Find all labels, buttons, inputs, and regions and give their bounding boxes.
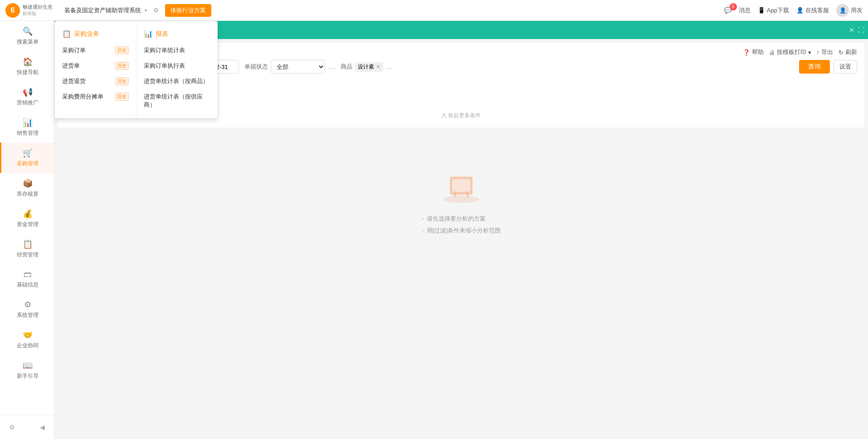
doc-status-more-icon[interactable]: … bbox=[328, 63, 335, 71]
help-label: 帮助 bbox=[752, 48, 764, 56]
sidebar-item-sales[interactable]: 📊 销售管理 bbox=[0, 112, 54, 143]
system-title: 装备及固定资产辅助管理系统 bbox=[64, 6, 141, 15]
report-col-icon: 📊 bbox=[144, 30, 153, 38]
report-receipt-goods-item[interactable]: 进货单统计表（按商品） bbox=[137, 74, 218, 89]
logo-text: 畅捷通好生意 bbox=[23, 4, 53, 10]
app-download-label: App下载 bbox=[767, 6, 789, 15]
top-header: 6 畅捷通好生意 标准版 装备及固定资产辅助管理系统 ▾ ⚙ 体验行业方案 💬 … bbox=[0, 0, 868, 21]
sidebar-item-system[interactable]: ⚙ 系统管理 bbox=[0, 294, 54, 325]
goods-tag-close[interactable]: ✕ bbox=[376, 64, 380, 70]
basic-icon: 🗃 bbox=[24, 270, 32, 279]
goods-tag: 设计素 ✕ bbox=[355, 62, 383, 72]
sidebar-label-system: 系统管理 bbox=[17, 311, 39, 319]
messages-button[interactable]: 💬 6 消息 bbox=[724, 6, 751, 15]
report-po-stat-item[interactable]: 采购订单统计表 bbox=[137, 43, 218, 58]
report-col: 📊 报表 采购订单统计表 采购订单执行表 进货单统计表（按商品） 进货单统计表（… bbox=[137, 21, 218, 118]
user-avatar: 👤 bbox=[836, 4, 849, 17]
purchase-return-history-badge: 历史 bbox=[115, 77, 129, 85]
sidebar-label-sales: 销售管理 bbox=[17, 129, 39, 137]
collapse-label: 收起更多条件 bbox=[448, 112, 481, 118]
sidebar-label-finance: 资金管理 bbox=[17, 221, 39, 228]
sidebar-item-quick[interactable]: 🏠 快捷导航 bbox=[0, 51, 54, 82]
report-receipt-supplier-item[interactable]: 进货单统计表（按供应商） bbox=[137, 89, 218, 113]
export-button[interactable]: ↑ 导出 bbox=[817, 48, 834, 56]
export-icon: ↑ bbox=[817, 49, 820, 56]
refresh-button[interactable]: ↻ 刷新 bbox=[839, 48, 857, 56]
sidebar-item-guide[interactable]: 📖 新手引导 bbox=[0, 355, 54, 385]
sidebar-item-basic[interactable]: 🗃 基础信息 bbox=[0, 264, 54, 294]
inventory-icon: 📦 bbox=[23, 178, 33, 188]
collapse-icon: ⋀ bbox=[442, 112, 446, 118]
sidebar-item-operation[interactable]: 📋 经营管理 bbox=[0, 234, 54, 264]
doc-status-group: 单据状态 全部 … bbox=[244, 60, 335, 74]
header-center: 装备及固定资产辅助管理系统 ▾ ⚙ 体验行业方案 bbox=[60, 4, 724, 17]
sidebar-label-quick: 快捷导航 bbox=[17, 69, 39, 76]
sidebar-item-marketing[interactable]: 📢 营销推广 bbox=[0, 82, 54, 112]
sidebar-item-search[interactable]: 🔍 搜索菜单 bbox=[0, 21, 54, 51]
system-dropdown-arrow[interactable]: ▾ bbox=[145, 8, 147, 13]
purchase-fee-item[interactable]: 采购费用分摊单 历史 bbox=[55, 89, 136, 104]
marketing-icon: 📢 bbox=[23, 87, 33, 97]
phone-icon: 📱 bbox=[758, 7, 765, 14]
report-po-exec-label: 采购订单执行表 bbox=[144, 62, 185, 70]
online-service-button[interactable]: 👤 在线客服 bbox=[796, 6, 829, 15]
print-label: 按模板打印 bbox=[777, 48, 806, 56]
report-po-exec-item[interactable]: 采购订单执行表 bbox=[137, 58, 218, 74]
sidebar-collapse-button[interactable]: ◀ bbox=[35, 420, 49, 434]
tab-bar-right: ✕ ⛶ bbox=[849, 26, 868, 34]
online-service-label: 在线客服 bbox=[805, 6, 829, 15]
user-area[interactable]: 👤 用友 bbox=[836, 4, 863, 17]
refresh-label: 刷新 bbox=[845, 48, 857, 56]
purchase-return-label: 进货退货 bbox=[62, 77, 86, 85]
empty-state: 请先选择要分析的方案 用[过滤]条件来缩小分析范围 bbox=[54, 131, 868, 273]
help-button[interactable]: ❓ 帮助 bbox=[743, 48, 764, 56]
tab-maximize-icon[interactable]: ⛶ bbox=[858, 26, 864, 34]
refresh-icon: ↻ bbox=[839, 49, 844, 56]
sidebar-item-enterprise[interactable]: 🤝 企业协同 bbox=[0, 325, 54, 355]
service-icon: 👤 bbox=[796, 7, 804, 14]
sidebar-item-inventory[interactable]: 📦 库存核算 bbox=[0, 173, 54, 203]
purchase-order-item[interactable]: 采购订单 历史 bbox=[55, 43, 136, 58]
settings-button[interactable]: 设置 bbox=[834, 60, 857, 74]
print-button[interactable]: 🖨 按模板打印 ▾ bbox=[769, 48, 811, 56]
tab-close-all-icon[interactable]: ✕ bbox=[849, 26, 854, 34]
goods-tag-text: 设计素 bbox=[358, 63, 374, 71]
sidebar-bottom: ⚙ ◀ bbox=[0, 415, 54, 439]
svg-point-0 bbox=[443, 196, 479, 203]
sidebar-label-guide: 新手引导 bbox=[17, 372, 39, 380]
sidebar-label-operation: 经营管理 bbox=[17, 251, 39, 259]
goods-more-icon[interactable]: … bbox=[386, 63, 393, 71]
query-button[interactable]: 查询 bbox=[799, 60, 830, 74]
guide-icon: 📖 bbox=[23, 360, 33, 370]
industry-button[interactable]: 体验行业方案 bbox=[165, 4, 211, 17]
print-arrow: ▾ bbox=[808, 49, 811, 56]
purchase-col-icon: 📋 bbox=[62, 30, 71, 38]
sidebar-item-purchase[interactable]: 🛒 采购管理 bbox=[0, 143, 54, 173]
empty-hint-1: 请先选择要分析的方案 bbox=[427, 213, 486, 225]
sidebar-settings-button[interactable]: ⚙ bbox=[5, 420, 19, 434]
sidebar-label-search: 搜索菜单 bbox=[17, 38, 39, 46]
purchase-dropdown-menu: 📋 采购业务 采购订单 历史 进货单 历史 进货退货 历史 采购费用分摊单 历史… bbox=[54, 21, 218, 118]
purchase-col-header: 📋 采购业务 bbox=[55, 27, 136, 43]
doc-status-select[interactable]: 全部 bbox=[271, 60, 325, 74]
goods-group: 商品 设计素 ✕ … bbox=[341, 62, 393, 72]
purchase-fee-history-badge: 历史 bbox=[115, 93, 129, 101]
print-icon: 🖨 bbox=[769, 49, 775, 56]
report-col-title: 报表 bbox=[156, 30, 168, 38]
messages-label: 消息 bbox=[739, 6, 751, 15]
purchase-return-item[interactable]: 进货退货 历史 bbox=[55, 74, 136, 89]
sidebar-label-marketing: 营销推广 bbox=[17, 99, 39, 107]
sidebar-label-purchase: 采购管理 bbox=[17, 160, 39, 168]
purchase-receipt-item[interactable]: 进货单 历史 bbox=[55, 58, 136, 74]
app-download-button[interactable]: 📱 App下载 bbox=[758, 6, 789, 15]
purchase-col-title: 采购业务 bbox=[74, 30, 99, 38]
enterprise-icon: 🤝 bbox=[23, 330, 33, 340]
logo-area: 6 畅捷通好生意 标准版 bbox=[5, 3, 60, 18]
purchase-receipt-history-badge: 历史 bbox=[115, 62, 129, 70]
settings-gear-icon[interactable]: ⚙ bbox=[151, 5, 161, 16]
sidebar-item-finance[interactable]: 💰 资金管理 bbox=[0, 203, 54, 234]
operation-icon: 📋 bbox=[23, 239, 33, 249]
search-icon: 🔍 bbox=[23, 26, 33, 36]
purchase-icon: 🛒 bbox=[23, 148, 33, 158]
sidebar-label-basic: 基础信息 bbox=[17, 281, 39, 289]
